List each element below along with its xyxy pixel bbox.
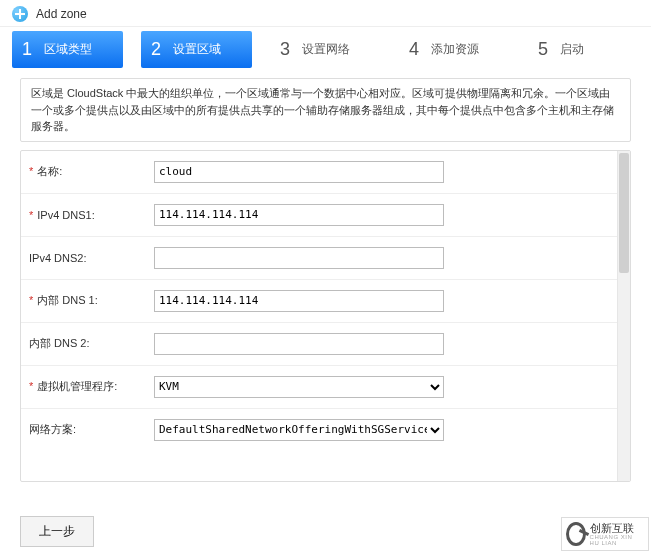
previous-button[interactable]: 上一步 [20, 516, 94, 547]
step-setup-zone[interactable]: 2 设置区域 [141, 31, 252, 68]
scrollbar-track[interactable] [617, 151, 630, 481]
label-ipv4-dns2: IPv4 DNS2: [29, 252, 154, 264]
input-internal-dns2[interactable] [154, 333, 444, 355]
label-network-offering: 网络方案: [29, 422, 154, 437]
row-internal-dns2: 内部 DNS 2: [21, 323, 618, 366]
plus-icon [12, 6, 28, 22]
step-number: 3 [280, 39, 302, 60]
step-label: 区域类型 [44, 41, 92, 58]
step-label: 设置区域 [173, 41, 221, 58]
scrollbar-thumb[interactable] [619, 153, 629, 273]
step-add-resources[interactable]: 4 添加资源 [399, 31, 510, 68]
form-panel: 名称: IPv4 DNS1: IPv4 DNS2: 内部 DNS 1: 内部 D… [20, 150, 631, 482]
row-internal-dns1: 内部 DNS 1: [21, 280, 618, 323]
logo-subtext: CHUANG XIN HU LIAN [590, 534, 644, 546]
step-number: 2 [151, 39, 173, 60]
row-network-offering: 网络方案: DefaultSharedNetworkOfferingWithSG… [21, 409, 618, 451]
label-name: 名称: [29, 164, 154, 179]
row-ipv4-dns2: IPv4 DNS2: [21, 237, 618, 280]
step-launch[interactable]: 5 启动 [528, 31, 639, 68]
step-number: 4 [409, 39, 431, 60]
input-ipv4-dns1[interactable] [154, 204, 444, 226]
step-zone-type[interactable]: 1 区域类型 [12, 31, 123, 68]
label-internal-dns2: 内部 DNS 2: [29, 336, 154, 351]
dialog-header: Add zone [0, 0, 651, 26]
select-network-offering[interactable]: DefaultSharedNetworkOfferingWithSGServic… [154, 419, 444, 441]
logo-text: 创新互联 [590, 523, 644, 534]
step-setup-network[interactable]: 3 设置网络 [270, 31, 381, 68]
label-ipv4-dns1: IPv4 DNS1: [29, 209, 154, 221]
label-hypervisor: 虚拟机管理程序: [29, 379, 154, 394]
dialog-title: Add zone [36, 7, 87, 21]
input-name[interactable] [154, 161, 444, 183]
step-label: 启动 [560, 41, 584, 58]
select-hypervisor[interactable]: KVM [154, 376, 444, 398]
form-scroll-area: 名称: IPv4 DNS1: IPv4 DNS2: 内部 DNS 1: 内部 D… [21, 151, 618, 481]
row-name: 名称: [21, 151, 618, 194]
step-number: 1 [22, 39, 44, 60]
logo-mark-icon [566, 522, 586, 546]
input-internal-dns1[interactable] [154, 290, 444, 312]
step-label: 设置网络 [302, 41, 350, 58]
wizard-footer: 上一步 取消 [0, 516, 651, 547]
step-number: 5 [538, 39, 560, 60]
brand-logo: 创新互联 CHUANG XIN HU LIAN [561, 517, 649, 551]
row-ipv4-dns1: IPv4 DNS1: [21, 194, 618, 237]
row-hypervisor: 虚拟机管理程序: KVM [21, 366, 618, 409]
step-label: 添加资源 [431, 41, 479, 58]
zone-description: 区域是 CloudStack 中最大的组织单位，一个区域通常与一个数据中心相对应… [20, 78, 631, 142]
wizard-steps: 1 区域类型 2 设置区域 3 设置网络 4 添加资源 5 启动 [0, 26, 651, 78]
input-ipv4-dns2[interactable] [154, 247, 444, 269]
label-internal-dns1: 内部 DNS 1: [29, 293, 154, 308]
